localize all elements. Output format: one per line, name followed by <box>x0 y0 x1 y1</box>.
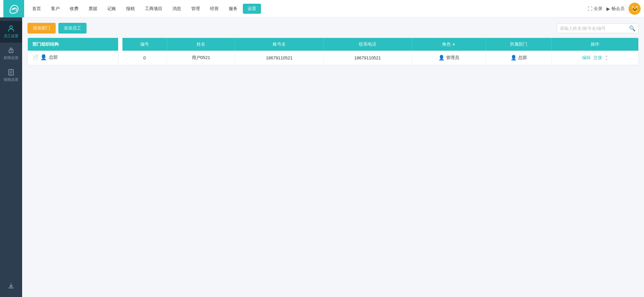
sidebar-item-tax[interactable]: 报税设置 <box>0 64 22 86</box>
cell-role: 👤管理员 <box>412 51 486 65</box>
file-icon: 📄 <box>33 55 38 60</box>
employee-data-table: 编号 姓名 账号名 联系电话 角色 ▼ 所属部门 操作 <box>122 38 638 65</box>
table-area: 部门组织结构 📄 👤 总部 编号 姓名 账号名 联系电话 <box>28 38 639 65</box>
sidebar-item-employee[interactable]: 员工设置 <box>0 21 22 43</box>
vip-label: 畅会员 <box>611 6 625 12</box>
sidebar-bottom <box>0 278 22 297</box>
logo <box>3 0 24 17</box>
nav-item-记账[interactable]: 记账 <box>103 4 121 14</box>
sidebar-item-download[interactable] <box>0 278 22 294</box>
cell-name: 用户0521 <box>167 51 235 65</box>
svg-point-3 <box>11 51 12 52</box>
cell-account: 18679110521 <box>235 51 323 65</box>
nav-item-票据[interactable]: 票据 <box>84 4 102 14</box>
dept-user-icon: 👤 <box>40 54 47 60</box>
nav-item-经营[interactable]: 经营 <box>205 4 223 14</box>
nav-right: ⛶ 全屏 ▶ 畅会员 🐱 <box>588 3 641 15</box>
scroll-handle[interactable]: ▲▼ <box>605 54 608 61</box>
cell-dept: 👤总部 <box>486 51 552 65</box>
cell-id: 0 <box>122 51 167 65</box>
permission-icon <box>7 47 15 54</box>
search-icon[interactable]: 🔍 <box>629 25 636 32</box>
dept-icon: 👤 <box>511 55 517 61</box>
svg-point-0 <box>13 8 14 9</box>
search-box: 🔍 <box>557 23 639 33</box>
sidebar-label-employee: 员工设置 <box>4 34 18 39</box>
fullscreen-button[interactable]: ⛶ 全屏 <box>588 6 602 12</box>
col-account: 账号名 <box>235 38 323 51</box>
col-name: 姓名 <box>167 38 235 51</box>
dept-tree-item-label: 总部 <box>49 54 58 60</box>
dept-tree-item-general[interactable]: 📄 👤 总部 <box>28 51 118 64</box>
role-label: 管理员 <box>446 55 459 61</box>
vip-icon: ▶ <box>606 6 610 11</box>
table-row: 0用户05211867911052118679110521👤管理员👤总部 编辑 … <box>122 51 638 65</box>
nav-item-收费[interactable]: 收费 <box>65 4 83 14</box>
sidebar-item-permission[interactable]: 权限设置 <box>0 43 22 64</box>
dept-tree: 部门组织结构 📄 👤 总部 <box>28 38 118 65</box>
col-role: 角色 ▼ <box>412 38 486 51</box>
cell-phone: 18679110521 <box>323 51 412 65</box>
avatar[interactable]: 🐱 <box>629 3 641 15</box>
search-input[interactable] <box>560 26 627 31</box>
nav-item-报税[interactable]: 报税 <box>121 4 140 14</box>
sidebar-label-permission: 权限设置 <box>4 55 18 60</box>
col-phone: 联系电话 <box>323 38 412 51</box>
col-action: 操作 <box>552 38 638 51</box>
main-layout: 员工设置 权限设置 报税设置 <box>0 17 644 297</box>
dept-tree-header: 部门组织结构 <box>28 38 118 51</box>
role-filter-icon[interactable]: ▼ <box>452 43 455 46</box>
table-header-row: 编号 姓名 账号名 联系电话 角色 ▼ 所属部门 操作 <box>122 38 638 51</box>
employee-table: 编号 姓名 账号名 联系电话 角色 ▼ 所属部门 操作 <box>122 38 638 65</box>
edit-button[interactable]: 编辑 <box>582 55 591 61</box>
nav-item-消息[interactable]: 消息 <box>168 4 186 14</box>
nav-items: 首页客户收费票据记账报税工商项目消息管理经营服务设置 <box>28 4 588 14</box>
employee-icon <box>7 25 15 32</box>
transfer-button[interactable]: 交接 <box>593 55 602 61</box>
nav-item-管理[interactable]: 管理 <box>186 4 205 14</box>
download-icon <box>7 282 15 290</box>
add-dept-button[interactable]: 添加部门 <box>28 23 56 34</box>
cell-action: 编辑 交接 ▲▼ <box>552 51 638 65</box>
nav-item-首页[interactable]: 首页 <box>28 4 46 14</box>
dept-label: 总部 <box>518 55 527 61</box>
nav-item-工商项目[interactable]: 工商项目 <box>140 4 167 14</box>
col-dept: 所属部门 <box>486 38 552 51</box>
col-id: 编号 <box>122 38 167 51</box>
nav-item-客户[interactable]: 客户 <box>46 4 64 14</box>
nav-item-服务[interactable]: 服务 <box>224 4 242 14</box>
fullscreen-label: 全屏 <box>594 6 602 12</box>
svg-point-1 <box>10 26 12 29</box>
nav-item-设置[interactable]: 设置 <box>243 4 261 14</box>
content: 添加部门 添加员工 🔍 部门组织结构 📄 👤 总部 <box>22 17 644 297</box>
fullscreen-icon: ⛶ <box>588 6 592 11</box>
tax-icon <box>7 68 15 76</box>
top-nav: 首页客户收费票据记账报税工商项目消息管理经营服务设置 ⛶ 全屏 ▶ 畅会员 🐱 <box>0 0 644 17</box>
toolbar: 添加部门 添加员工 🔍 <box>28 23 639 34</box>
add-employee-button[interactable]: 添加员工 <box>58 23 87 34</box>
sidebar-label-tax: 报税设置 <box>4 77 18 82</box>
sidebar: 员工设置 权限设置 报税设置 <box>0 17 22 297</box>
role-icon: 👤 <box>438 55 445 61</box>
vip-button[interactable]: ▶ 畅会员 <box>606 6 625 12</box>
